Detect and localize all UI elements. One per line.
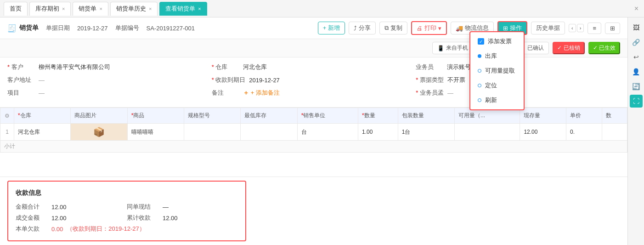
product-table-container: ⚙ *仓库 商品图片 *商品 规格型号 最低库存 *销售单位 *数量 包装数量 … xyxy=(0,108,627,177)
warehouse-field: 仓库 河北仓库 xyxy=(212,63,416,71)
form-row-3: 项目 — 备注 ＋ + 添加备注 业务员孟 — xyxy=(7,89,620,97)
tab-sales-history[interactable]: 销货单历史 × xyxy=(110,2,158,16)
doc-meta: 单据日期 2019-12-27 单据编号 SA-20191227-001 xyxy=(46,24,195,32)
address-label: 客户地址 xyxy=(7,76,35,84)
tab-inventory[interactable]: 库存期初 × xyxy=(29,2,71,16)
right-sidebar: 🖼 🔗 ↩ 👤 🔄 ⛶ xyxy=(627,17,644,245)
form-section: 客户 柳州粤港平安气体有限公司 仓库 河北仓库 业务员 演示账号 客户地址 — xyxy=(0,57,627,108)
col-image: 商品图片 xyxy=(71,108,127,124)
tab-close-history[interactable]: × xyxy=(149,6,152,11)
tab-view-sales[interactable]: 查看销货单 × xyxy=(159,2,207,16)
sidebar-image-icon[interactable]: 🖼 xyxy=(630,21,643,34)
tab-close-view[interactable]: × xyxy=(198,6,201,11)
print-button[interactable]: 🖨 打印 ▾ xyxy=(411,21,447,35)
same-bill-row: 同单现结 — xyxy=(127,203,238,211)
cancelled-button[interactable]: ✓ 已核销 xyxy=(553,42,584,54)
sidebar-user-icon[interactable]: 👤 xyxy=(630,65,643,78)
project-value: — xyxy=(39,90,45,97)
toolbar-row: 📱 来自手机 🧾 未开票 ✓ 已确认 ✓ 已核销 ✓ 已生效 xyxy=(0,39,627,57)
row-extra xyxy=(602,124,627,141)
col-min-stock: 最低库存 xyxy=(241,108,297,124)
col-stock: 现存量 xyxy=(520,108,566,124)
prev-button[interactable]: ‹ xyxy=(569,24,576,32)
amount-total-value: 12.00 xyxy=(51,204,67,211)
customer-field: 客户 柳州粤港平安气体有限公司 xyxy=(7,63,212,71)
window-close-button[interactable]: × xyxy=(633,3,640,15)
tab-home[interactable]: 首页 xyxy=(4,2,28,16)
sidebar-return-icon[interactable]: ↩ xyxy=(630,51,643,63)
arrears-note: （收款到期日：2019-12-27） xyxy=(67,225,145,233)
dropdown-refresh[interactable]: 刷新 xyxy=(470,93,524,108)
effective-button[interactable]: ✓ 已生效 xyxy=(588,42,620,54)
check-circle-icon: ✓ xyxy=(557,45,562,51)
deal-amount-value: 12.00 xyxy=(51,215,67,222)
arrears-value: 0.00 xyxy=(51,226,63,233)
phone-icon: 📱 xyxy=(437,45,444,51)
amount-total-label: 金额合计 xyxy=(16,203,48,211)
row-image: 📦 xyxy=(71,124,127,141)
view-list-button[interactable]: ≡ xyxy=(588,23,601,34)
summary-title: 收款信息 xyxy=(16,189,238,197)
new-button[interactable]: + 新增 xyxy=(318,22,345,34)
row-spec xyxy=(184,124,241,141)
dot-empty3-icon xyxy=(478,98,481,102)
checkbox-icon xyxy=(478,38,484,45)
dot-empty-icon xyxy=(478,69,481,73)
dropdown-outbound[interactable]: 出库 xyxy=(470,49,524,63)
view-grid-button[interactable]: ⊞ xyxy=(605,23,620,34)
warehouse-value: 河北仓库 xyxy=(243,63,267,71)
product-table: ⚙ *仓库 商品图片 *商品 规格型号 最低库存 *销售单位 *数量 包装数量 … xyxy=(0,108,627,153)
nav-arrows: ‹ › xyxy=(569,24,584,32)
dropdown-add-invoice[interactable]: 添加发票 xyxy=(470,34,524,49)
col-pack-qty: 包装数量 xyxy=(398,108,454,124)
warehouse-label: 仓库 xyxy=(212,63,239,71)
arrears-label: 本单欠款 xyxy=(16,225,48,233)
row-qty: 1.00 xyxy=(358,124,398,141)
address-field: 客户地址 — xyxy=(7,76,212,84)
row-num: 1 xyxy=(0,124,14,141)
col-warehouse: *仓库 xyxy=(14,108,71,124)
dot-blue-icon xyxy=(478,54,481,58)
share-button[interactable]: ⤴ 分享 xyxy=(349,22,376,34)
sidebar-sync-icon[interactable]: 🔄 xyxy=(630,80,643,93)
col-extra: 数 xyxy=(602,108,627,124)
dot-empty2-icon xyxy=(478,84,481,87)
tab-close-inventory[interactable]: × xyxy=(62,6,65,11)
row-available xyxy=(455,124,520,141)
sidebar-link-icon[interactable]: 🔗 xyxy=(630,36,643,49)
col-spec: 规格型号 xyxy=(184,108,241,124)
staff-label: 业务员 xyxy=(416,63,443,71)
deal-amount-row: 成交金额 12.00 xyxy=(16,214,127,222)
cumulative-label: 累计收款 xyxy=(127,214,159,222)
next-button[interactable]: › xyxy=(577,24,584,32)
col-unit: *销售单位 xyxy=(297,108,358,124)
tab-sales[interactable]: 销货单 × xyxy=(73,2,108,16)
history-button[interactable]: 历史单据 xyxy=(531,22,565,34)
from-phone-button[interactable]: 📱 来自手机 xyxy=(432,42,473,54)
share-icon: ⤴ xyxy=(354,25,357,32)
staff2-label: 业务员孟 xyxy=(416,89,444,97)
copy-icon: ⧉ xyxy=(384,24,389,32)
staff2-value: — xyxy=(447,90,453,97)
row-pack-qty: 1台 xyxy=(398,124,454,141)
dropdown-locate[interactable]: 定位 xyxy=(470,78,524,93)
row-stock: 12.00 xyxy=(520,124,566,141)
check-circle2-icon: ✓ xyxy=(593,45,598,51)
dropdown-available[interactable]: 可用量提取 xyxy=(470,63,524,78)
col-gear: ⚙ xyxy=(0,108,14,124)
add-note-button[interactable]: ＋ + 添加备注 xyxy=(243,89,280,97)
sidebar-expand-icon[interactable]: ⛶ xyxy=(630,95,643,108)
doc-actions: + 新增 ⤴ 分享 ⧉ 复制 🖨 打印 ▾ 🚚 物流信息 xyxy=(318,21,620,35)
tab-close-sales[interactable]: × xyxy=(99,6,102,11)
print-icon: 🖨 xyxy=(417,25,423,32)
customer-label: 客户 xyxy=(7,63,35,71)
due-date-field: 收款到期日 2019-12-27 xyxy=(212,76,416,84)
col-product: *商品 xyxy=(127,108,184,124)
address-value: — xyxy=(39,77,45,84)
project-field: 项目 — xyxy=(7,89,212,97)
same-bill-value: — xyxy=(163,204,169,211)
due-date-value: 2019-12-27 xyxy=(249,77,280,84)
copy-button[interactable]: ⧉ 复制 xyxy=(379,22,407,34)
invoice-label: 票据类型 xyxy=(416,76,444,84)
subtotal-row: 小计 xyxy=(0,141,627,153)
